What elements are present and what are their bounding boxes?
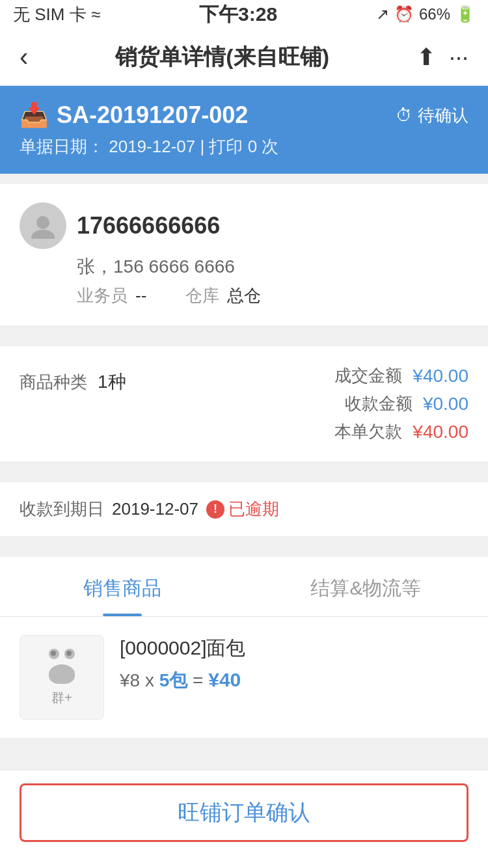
svg-point-0 bbox=[36, 216, 49, 229]
product-price-row: ¥8 x 5包 = ¥40 bbox=[120, 668, 468, 693]
battery-status: 66% bbox=[419, 5, 450, 23]
overdue-text: 已逾期 bbox=[228, 498, 279, 521]
status-right: ↗ ⏰ 66% 🔋 bbox=[376, 5, 475, 23]
deal-amount-label: 成交金额 bbox=[334, 364, 402, 387]
order-header: 📥 SA-20191207-002 ⏱ 待确认 单据日期： 2019-12-07… bbox=[0, 86, 488, 174]
due-date-value: 2019-12-07 bbox=[112, 499, 198, 519]
back-button[interactable]: ‹ bbox=[20, 42, 28, 72]
status-time: 下午3:28 bbox=[199, 1, 277, 28]
salesperson-label: 业务员 bbox=[77, 284, 128, 307]
product-image: 群+ bbox=[20, 635, 104, 720]
nav-bar: ‹ 销货单详情(来自旺铺) ⬆ ··· bbox=[0, 29, 488, 86]
more-icon[interactable]: ··· bbox=[449, 44, 468, 71]
order-id: 📥 SA-20191207-002 bbox=[20, 102, 248, 129]
order-status: ⏱ 待确认 bbox=[396, 104, 468, 127]
summary-section: 商品种类 1种 成交金额 ¥40.00 收款金额 ¥0.00 本单欠款 ¥40.… bbox=[0, 346, 488, 461]
due-date-label: 收款到期日 bbox=[20, 498, 104, 521]
product-section: 群+ [0000002]面包 ¥8 x 5包 = ¥40 bbox=[0, 617, 488, 738]
received-amount-row: 收款金额 ¥0.00 bbox=[345, 392, 468, 415]
due-date-section: 收款到期日 2019-12-07 ! 已逾期 bbox=[0, 482, 488, 536]
product-info: [0000002]面包 ¥8 x 5包 = ¥40 bbox=[120, 635, 468, 693]
clock-icon: ⏱ bbox=[396, 105, 413, 126]
battery-icon: 🔋 bbox=[455, 5, 475, 23]
product-type-value: 1种 bbox=[98, 370, 126, 394]
warehouse-value: 总仓 bbox=[227, 284, 261, 307]
status-text: 待确认 bbox=[418, 104, 468, 127]
customer-section: 17666666666 张，156 6666 6666 业务员 -- 仓库 总仓 bbox=[0, 184, 488, 325]
confirm-button[interactable]: 旺铺订单确认 bbox=[20, 783, 468, 842]
overdue-icon: ! bbox=[206, 500, 224, 519]
customer-name: 张，156 6666 6666 bbox=[77, 254, 468, 279]
product-type: 商品种类 1种 bbox=[20, 364, 126, 394]
warehouse-label: 仓库 bbox=[185, 284, 219, 307]
location-icon: ↗ bbox=[376, 5, 389, 23]
overdue-badge: ! 已逾期 bbox=[206, 498, 279, 521]
tab-settlement[interactable]: 结算&物流等 bbox=[244, 557, 488, 616]
product-logo: 群+ bbox=[49, 649, 75, 707]
tabs-section: 销售商品 结算&物流等 bbox=[0, 557, 488, 617]
confirm-button-wrapper: 旺铺订单确认 bbox=[0, 770, 488, 868]
product-type-label: 商品种类 bbox=[20, 371, 87, 394]
quantity: 5包 bbox=[159, 670, 188, 690]
multiply-sign: x bbox=[145, 670, 159, 690]
owed-amount-value: ¥40.00 bbox=[413, 422, 468, 442]
amounts: 成交金额 ¥40.00 收款金额 ¥0.00 本单欠款 ¥40.00 bbox=[334, 364, 468, 443]
svg-point-1 bbox=[31, 230, 55, 239]
price-unit: ¥8 bbox=[120, 670, 140, 690]
equals-sign: = bbox=[193, 670, 208, 690]
nav-icons: ⬆ ··· bbox=[416, 44, 468, 71]
received-amount-value: ¥0.00 bbox=[423, 394, 468, 414]
alarm-icon: ⏰ bbox=[394, 5, 414, 23]
status-bar: 无 SIM 卡 ≈ 下午3:28 ↗ ⏰ 66% 🔋 bbox=[0, 0, 488, 29]
received-amount-label: 收款金额 bbox=[345, 392, 413, 415]
tabs-header: 销售商品 结算&物流等 bbox=[0, 557, 488, 617]
owed-amount-label: 本单欠款 bbox=[334, 420, 402, 443]
salesperson-value: -- bbox=[135, 286, 146, 306]
product-item: 群+ [0000002]面包 ¥8 x 5包 = ¥40 bbox=[20, 635, 468, 720]
order-icon: 📥 bbox=[20, 102, 49, 129]
sim-status: 无 SIM 卡 ≈ bbox=[13, 3, 100, 26]
owed-amount-row: 本单欠款 ¥40.00 bbox=[334, 420, 468, 443]
customer-phone: 17666666666 bbox=[77, 212, 220, 239]
deal-amount-value: ¥40.00 bbox=[413, 366, 468, 387]
customer-info-row: 业务员 -- 仓库 总仓 bbox=[77, 284, 468, 307]
tab-sales-products[interactable]: 销售商品 bbox=[0, 557, 244, 616]
share-icon[interactable]: ⬆ bbox=[416, 44, 436, 71]
page-title: 销货单详情(来自旺铺) bbox=[115, 42, 329, 72]
order-date-row: 单据日期： 2019-12-07 | 打印 0 次 bbox=[20, 135, 468, 158]
status-left: 无 SIM 卡 ≈ bbox=[13, 3, 100, 26]
product-name: [0000002]面包 bbox=[120, 635, 468, 662]
avatar bbox=[20, 202, 66, 249]
total-price: ¥40 bbox=[208, 669, 241, 690]
deal-amount-row: 成交金额 ¥40.00 bbox=[334, 364, 468, 387]
